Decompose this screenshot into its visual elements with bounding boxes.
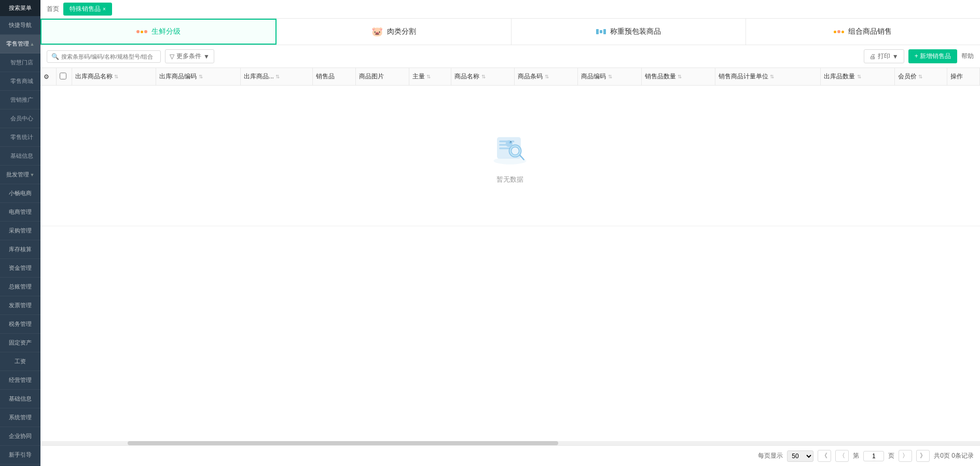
sort-icon[interactable]: ⇅ (545, 74, 549, 79)
sidebar-item-membership[interactable]: 会员中心 (0, 109, 40, 128)
next-page-button[interactable]: 〉 (899, 450, 912, 462)
empty-illustration (484, 127, 536, 169)
prev-page-button[interactable]: 〈 (835, 450, 849, 462)
sidebar-item-label: 资金管理 (9, 264, 32, 272)
first-page-button[interactable]: 《 (818, 450, 831, 462)
sidebar-item-invoice[interactable]: 发票管理 (0, 296, 40, 315)
tab-meat-cutting[interactable]: 🐷 肉类分割 (277, 19, 511, 45)
filter-label: 更多条件 (176, 52, 201, 61)
select-all-checkbox[interactable] (60, 73, 66, 79)
col-sales-item: 销售品 (312, 68, 355, 86)
horizontal-scrollbar[interactable] (40, 441, 980, 445)
pagination-bar: 每页显示 50 20 100 《 〈 第 页 〉 》 共0页 0条记录 (40, 445, 980, 466)
sort-icon[interactable]: ⇅ (426, 74, 431, 79)
sidebar-item-label: 采购管理 (9, 227, 32, 235)
sidebar-item-label: 零售管理 (6, 40, 29, 48)
tab-label: 生鲜分级 (151, 27, 181, 36)
svg-point-8 (506, 140, 513, 147)
help-button[interactable]: 帮助 (961, 52, 974, 61)
sidebar-item-label: 批发管理 (6, 171, 29, 179)
sidebar-item-ledger[interactable]: 总账管理 (0, 278, 40, 296)
col-unit: 销售商品计量单位 ⇅ (715, 68, 820, 86)
sidebar-item-label: 智慧门店 (10, 59, 33, 66)
sort-icon[interactable]: ⇅ (770, 74, 774, 79)
col-product-code: 商品编码 ⇅ (578, 68, 641, 86)
sidebar-item-newbie[interactable]: 新手引导 (0, 446, 40, 464)
sidebar-item-label: 系统管理 (9, 414, 32, 421)
page-size-select[interactable]: 50 20 100 (787, 450, 813, 462)
sidebar-item-finance[interactable]: 资金管理 (0, 259, 40, 278)
sidebar-item-tax[interactable]: 税务管理 (0, 315, 40, 334)
tab-fresh-grading[interactable]: 生鲜分级 (40, 19, 277, 45)
sidebar-item-wholesale[interactable]: 批发管理 ▼ (0, 166, 40, 184)
data-table: ⚙ 出库商品名称 ⇅ 出库商品编码 ⇅ 出库商品... ⇅ 销售品 商品图片 主… (40, 68, 980, 226)
sidebar-item-business-mgmt[interactable]: 经营管理 (0, 371, 40, 390)
sidebar-item-basic-info[interactable]: 基础信息 (0, 390, 40, 408)
sidebar-logo[interactable]: 搜索菜单 (0, 0, 40, 16)
sidebar-item-purchase[interactable]: 采购管理 (0, 222, 40, 240)
sidebar-item-inventory[interactable]: 库存核算 (0, 240, 40, 259)
sidebar-item-label: 基础信息 (9, 395, 32, 403)
sidebar-item-label: 库存核算 (9, 245, 32, 253)
sidebar-item-label: 电商管理 (9, 208, 32, 216)
tab-combo-sales[interactable]: 组合商品销售 (746, 19, 980, 45)
sidebar-item-ecom-small[interactable]: 小畅电商 (0, 184, 40, 203)
sidebar-item-basic-info-retail[interactable]: 基础信息 (0, 147, 40, 166)
active-tab[interactable]: 特殊销售品 × (63, 3, 112, 16)
page-number-input[interactable] (863, 451, 884, 461)
col-outbound-qty: 出库品数量 ⇅ (821, 68, 894, 86)
sidebar-item-label: 工资 (15, 358, 26, 365)
filter-button[interactable]: ▽ 更多条件 ▼ (165, 49, 214, 63)
sort-icon[interactable]: ⇅ (275, 74, 280, 79)
sort-icon[interactable]: ⇅ (481, 74, 486, 79)
col-outbound-code: 出库商品编码 ⇅ (156, 68, 241, 86)
printer-icon: 🖨 (869, 53, 876, 60)
sidebar-item-label: 企业协同 (9, 432, 32, 440)
checkbox-col-header[interactable] (56, 68, 72, 86)
sidebar-item-smart-store[interactable]: 智慧门店 (0, 53, 40, 72)
sidebar-item-retail[interactable]: 零售管理 ▲ (0, 35, 40, 53)
empty-text: 暂无数据 (496, 175, 523, 184)
sidebar-item-ecom-mgmt[interactable]: 电商管理 (0, 203, 40, 222)
content-area: 生鲜分级 🐷 肉类分割 称重预包装商品 (40, 19, 980, 466)
sidebar-item-quick-nav[interactable]: 快捷导航 (0, 16, 40, 35)
col-product-name: 商品名称 ⇅ (451, 68, 515, 86)
add-product-button[interactable]: + 新增销售品 (908, 49, 957, 63)
sort-icon[interactable]: ⇅ (678, 74, 682, 79)
sidebar-item-enterprise[interactable]: 企业协同 (0, 427, 40, 446)
sidebar-item-label: 零售商城 (10, 77, 33, 85)
col-product-image: 商品图片 (355, 68, 409, 86)
sidebar-item-label: 发票管理 (9, 301, 32, 309)
last-page-button[interactable]: 》 (916, 450, 930, 462)
sidebar-item-salary[interactable]: 工资 (0, 352, 40, 371)
sort-icon[interactable]: ⇅ (199, 74, 203, 79)
sidebar-item-fixed-assets[interactable]: 固定资产 (0, 334, 40, 352)
sidebar-item-label: 新手引导 (9, 451, 32, 459)
settings-col-header[interactable]: ⚙ (40, 68, 56, 86)
tab-icon-meat: 🐷 (371, 26, 383, 37)
tab-icon-scale (596, 29, 606, 34)
sidebar-item-label: 税务管理 (9, 320, 32, 328)
sidebar-item-label: 快捷导航 (9, 21, 32, 29)
chevron-icon: ▼ (30, 172, 35, 177)
close-icon[interactable]: × (103, 6, 106, 12)
sort-icon[interactable]: ⇅ (857, 74, 861, 79)
sidebar-item-retail-stats[interactable]: 零售统计 (0, 128, 40, 147)
page-unit: 页 (888, 451, 894, 460)
sort-icon[interactable]: ⇅ (918, 74, 922, 79)
sidebar-item-system[interactable]: 系统管理 (0, 408, 40, 427)
search-input[interactable] (61, 53, 156, 60)
svg-point-10 (510, 142, 512, 143)
sidebar-item-marketing[interactable]: 营销推广 (0, 91, 40, 109)
sort-icon[interactable]: ⇅ (114, 74, 118, 79)
tab-label: 组合商品销售 (848, 27, 892, 36)
print-button[interactable]: 🖨 打印 ▼ (864, 49, 904, 63)
search-box[interactable]: 🔍 (47, 50, 161, 63)
sort-icon[interactable]: ⇅ (608, 74, 612, 79)
tab-weighed-prepack[interactable]: 称重预包装商品 (512, 19, 746, 45)
breadcrumb-home[interactable]: 首页 (47, 5, 59, 13)
sidebar-item-retail-mall[interactable]: 零售商城 (0, 72, 40, 91)
scrollbar-thumb[interactable] (128, 441, 558, 445)
sidebar-item-label: 小畅电商 (9, 189, 32, 197)
sidebar-item-label: 固定资产 (9, 339, 32, 347)
